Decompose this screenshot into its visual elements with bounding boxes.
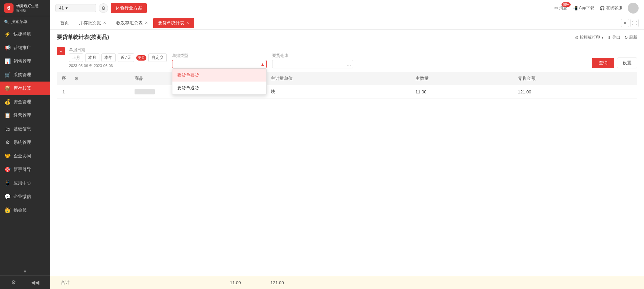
logo-text: 畅捷通好生意 标准版 [16, 3, 39, 13]
app-download-button[interactable]: 📲 App下载 [573, 5, 594, 11]
col-seq: 序 [57, 72, 70, 85]
type-filter-wrapper: ▲ 要货单要货 要货单退货 [172, 60, 267, 68]
download-icon: 📲 [573, 6, 578, 10]
cell-unit: 块 [267, 85, 411, 98]
trial-button[interactable]: 体验行业方案 [111, 3, 147, 13]
breadcrumb-selector[interactable]: 41 ▾ [55, 4, 96, 12]
sidebar-item-member[interactable]: 👑 畅会员 [0, 203, 50, 217]
message-icon: ✉ [554, 6, 558, 10]
type-filter-arrow-icon[interactable]: ▲ [261, 62, 265, 67]
sales-icon: 📊 [4, 58, 11, 65]
col-unit: 主计量单位 [267, 72, 411, 85]
product-name-blurred [135, 89, 155, 94]
sidebar-bottom: ⚙ ◀◀ [0, 275, 50, 289]
search-menu-button[interactable]: 🔍 搜索菜单 [0, 16, 50, 27]
data-table: 序 ⚙ 商品 主计量单位 主数量 零售金额 1 [57, 72, 637, 98]
footer-label: 合计 [57, 280, 226, 286]
messages-button[interactable]: ✉ 消息 99+ [554, 5, 567, 11]
inventory-icon: 📦 [4, 85, 11, 92]
type-filter-input[interactable] [172, 60, 267, 68]
header-settings-button[interactable]: ⚙ [99, 3, 108, 13]
warehouse-filter-input[interactable] [272, 60, 353, 68]
date-btn-custom[interactable]: 自定义 [148, 53, 167, 62]
header-left: 41 ▾ ⚙ 体验行业方案 [55, 3, 147, 13]
online-service-button[interactable]: 🎧 在线客服 [600, 5, 622, 11]
table-body: 1 块 11.00 121.00 [57, 85, 637, 98]
sidebar: 6 畅捷通好生意 标准版 🔍 搜索菜单 ⚡ 快捷导航 📢 营销推广 📊 销售管理… [0, 0, 50, 289]
date-btn-this-year[interactable]: 本年 [101, 53, 116, 62]
cell-qty: 11.00 [411, 85, 514, 98]
type-filter-section: 单据类型 ▲ 要货单要货 要货单退货 [172, 53, 267, 68]
message-badge: 99+ [562, 2, 571, 7]
service-icon: 🎧 [600, 6, 605, 10]
tab-close-collect-summary[interactable]: ✕ [145, 21, 148, 25]
sidebar-item-operation[interactable]: 📋 经营管理 [0, 109, 50, 122]
tab-close-batch-account[interactable]: ✕ [103, 21, 106, 25]
date-btn-last-7-days[interactable]: 近7天 [118, 53, 134, 62]
dropdown-item-yh-order[interactable]: 要货单要货 [172, 69, 266, 82]
sidebar-item-finance[interactable]: 💰 资金管理 [0, 95, 50, 109]
page-inner: 要货单统计表(按商品) 🖨 按模板打印 ▾ ⬇ 导出 ↻ 刷新 [50, 30, 644, 289]
print-template-button[interactable]: 🖨 按模板打印 ▾ [574, 35, 603, 40]
date-btn-this-month[interactable]: 本月 [85, 53, 99, 62]
sidebar-collapse-icon[interactable]: ◀◀ [31, 279, 39, 286]
date-btn-last-month[interactable]: 上月 [69, 53, 83, 62]
wechat-icon: 💬 [4, 193, 11, 200]
page-content: 要货单统计表(按商品) 🖨 按模板打印 ▾ ⬇ 导出 ↻ 刷新 [50, 30, 644, 289]
tab-order-stat[interactable]: 要货单统计表 ✕ [153, 18, 194, 28]
tab-expand-button[interactable]: ⛶ [630, 19, 639, 27]
sidebar-item-wechat[interactable]: 💬 企业微信 [0, 190, 50, 203]
guide-icon: 🎯 [4, 166, 11, 173]
settings-button[interactable]: 设置 [617, 58, 637, 68]
sidebar-scroll-down[interactable]: ▼ [0, 268, 50, 275]
enterprise-icon: 🤝 [4, 153, 11, 159]
query-button[interactable]: 查询 [592, 58, 614, 68]
col-qty: 主数量 [411, 72, 514, 85]
breadcrumb-dropdown-icon: ▾ [66, 6, 68, 10]
col-amount: 零售金额 [514, 72, 637, 85]
tab-batch-account[interactable]: 库存批次账 ✕ [74, 18, 111, 28]
page-title-bar: 要货单统计表(按商品) 🖨 按模板打印 ▾ ⬇ 导出 ↻ 刷新 [50, 30, 644, 44]
sidebar-item-marketing[interactable]: 📢 营销推广 [0, 41, 50, 54]
warehouse-filter-wrapper: … [272, 60, 353, 68]
tab-close-order-stat[interactable]: ✕ [186, 21, 189, 25]
date-filter-label: 单据日期 [69, 47, 167, 53]
tabs-controls: ✕ ⛶ [621, 19, 639, 27]
member-icon: 👑 [4, 207, 11, 214]
footer-amount: 121.00 [266, 280, 288, 285]
user-avatar[interactable] [628, 3, 639, 14]
sidebar-item-system[interactable]: ⚙ 系统管理 [0, 136, 50, 149]
export-icon: ⬇ [607, 35, 611, 40]
sidebar-item-enterprise[interactable]: 🤝 企业协同 [0, 149, 50, 163]
sidebar-item-apps[interactable]: 📱 应用中心 [0, 176, 50, 190]
marketing-icon: 📢 [4, 44, 11, 51]
refresh-button[interactable]: ↻ 刷新 [624, 35, 637, 40]
filter-actions: 查询 设置 [592, 58, 637, 68]
sidebar-item-inventory[interactable]: 📦 库存核算 [0, 82, 50, 95]
filter-toggle-button[interactable]: » [57, 47, 65, 55]
sidebar-item-purchase[interactable]: 🛒 采购管理 [0, 68, 50, 82]
warehouse-more-icon[interactable]: … [347, 62, 351, 67]
tab-collect-summary[interactable]: 收发存汇总表 ✕ [112, 18, 152, 28]
table-header: 序 ⚙ 商品 主计量单位 主数量 零售金额 [57, 72, 637, 85]
export-button[interactable]: ⬇ 导出 [607, 35, 620, 40]
date-more-badge[interactable]: 更多 [136, 55, 146, 61]
sidebar-settings-icon[interactable]: ⚙ [11, 279, 16, 286]
sidebar-item-quick-nav[interactable]: ⚡ 快捷导航 [0, 27, 50, 41]
sidebar-nav: ⚡ 快捷导航 📢 营销推广 📊 销售管理 🛒 采购管理 📦 库存核算 💰 资金管… [0, 27, 50, 268]
print-icon: 🖨 [574, 35, 578, 40]
page-title: 要货单统计表(按商品) [57, 34, 109, 41]
sidebar-item-guide[interactable]: 🎯 新手引导 [0, 163, 50, 176]
dropdown-item-yh-return[interactable]: 要货单退货 [172, 82, 266, 94]
filter-row: 单据日期 上月 本月 本年 近7天 更多 自定义 2023-05-06 至 20… [69, 47, 637, 68]
sidebar-item-basic[interactable]: 🗂 基础信息 [0, 122, 50, 136]
tab-close-all-button[interactable]: ✕ [621, 19, 629, 27]
column-settings-icon[interactable]: ⚙ [74, 76, 79, 81]
cell-seq: 1 [57, 85, 70, 98]
main-area: 41 ▾ ⚙ 体验行业方案 ✉ 消息 99+ 📲 App下载 🎧 在线客服 [50, 0, 644, 289]
quick-nav-icon: ⚡ [4, 31, 11, 38]
tab-home[interactable]: 首页 [55, 18, 74, 28]
table-row: 1 块 11.00 121.00 [57, 85, 637, 98]
sidebar-item-sales[interactable]: 📊 销售管理 [0, 54, 50, 68]
header-right: ✉ 消息 99+ 📲 App下载 🎧 在线客服 [554, 3, 639, 14]
